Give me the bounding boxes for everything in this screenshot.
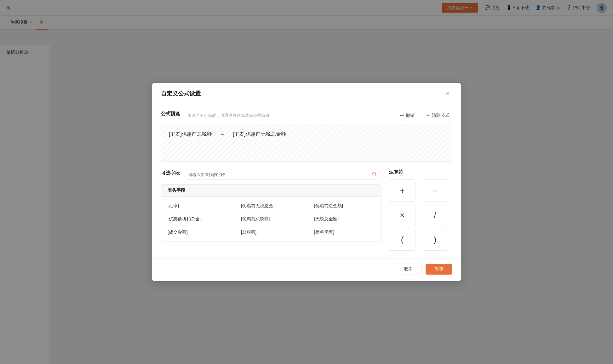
fields-panel: 可选字段 表头字段 [汇率] <box>161 169 381 242</box>
fields-table: 表头字段 [汇率] [优惠前无税总金... [优惠前总金额] [优惠前折扣总金.… <box>161 184 381 242</box>
svg-line-1 <box>375 175 376 176</box>
fields-group-header: 表头字段 <box>161 185 381 197</box>
field-search-box[interactable] <box>184 169 381 180</box>
clear-label: 清除公式 <box>432 113 450 118</box>
operator-lparen-button[interactable]: ( <box>389 229 415 251</box>
custom-formula-dialog: 自定义公式设置 × 公式预览 预览区不可修改，请通过撤销或清除公式编辑 ↩ 撤销… <box>152 83 461 281</box>
operators-grid: + － × / ( ) <box>389 179 452 251</box>
operator-divide-button[interactable]: / <box>422 204 448 226</box>
field-item[interactable]: [整单优惠] <box>308 226 381 239</box>
field-item[interactable]: [优惠前总税额] <box>235 213 308 226</box>
field-search-input[interactable] <box>188 172 369 177</box>
svg-point-0 <box>373 172 375 175</box>
field-item[interactable]: [优惠前无税总金... <box>235 199 308 213</box>
field-item[interactable]: [优惠前总金额] <box>308 199 381 213</box>
field-item[interactable]: [无税总金额] <box>308 213 381 226</box>
undo-label: 撤销 <box>406 113 415 118</box>
clear-formula-button[interactable]: ✦ 清除公式 <box>423 111 452 120</box>
field-item[interactable]: [成交金额] <box>161 226 235 239</box>
formula-left: [主表]优惠前总税额 <box>169 131 212 138</box>
field-item[interactable]: [优惠前折扣总金... <box>161 213 235 226</box>
operator-multiply-button[interactable]: × <box>389 204 415 226</box>
operators-title: 运算符 <box>389 169 452 175</box>
cancel-button[interactable]: 取消 <box>395 264 422 275</box>
undo-icon: ↩ <box>400 112 404 118</box>
fields-grid: [汇率] [优惠前无税总金... [优惠前总金额] [优惠前折扣总金... [优… <box>161 197 381 242</box>
fields-section-label: 可选字段 <box>161 170 180 176</box>
formula-preview-box: [主表]优惠前总税额 － [主表]优惠前无税总金额 <box>161 124 452 162</box>
operator-add-button[interactable]: + <box>389 179 415 202</box>
close-button[interactable]: × <box>443 89 452 98</box>
clear-icon: ✦ <box>426 112 430 118</box>
operator-rparen-button[interactable]: ) <box>422 229 448 251</box>
field-item[interactable]: [总税额] <box>235 226 308 239</box>
modal-header: 自定义公式设置 × <box>152 83 461 103</box>
field-item[interactable]: [汇率] <box>161 199 235 213</box>
operators-panel: 运算符 + － × / ( ) <box>389 169 452 251</box>
save-button[interactable]: 保存 <box>426 264 452 275</box>
formula-hint: 预览区不可修改，请通过撤销或清除公式编辑 <box>187 113 269 118</box>
formula-header: 公式预览 预览区不可修改，请通过撤销或清除公式编辑 ↩ 撤销 ✦ 清除公式 <box>161 111 452 120</box>
formula-section-label: 公式预览 <box>161 111 180 117</box>
modal-title: 自定义公式设置 <box>161 90 201 97</box>
undo-button[interactable]: ↩ 撤销 <box>397 111 417 120</box>
search-icon <box>372 171 377 178</box>
formula-actions: ↩ 撤销 ✦ 清除公式 <box>397 111 452 120</box>
operator-subtract-button[interactable]: － <box>422 179 448 202</box>
formula-right: [主表]优惠前无税总金额 <box>233 131 286 138</box>
fields-header: 可选字段 <box>161 169 381 180</box>
formula-op: － <box>220 130 225 138</box>
bottom-section: 可选字段 表头字段 [汇率] <box>161 169 452 251</box>
formula-expression: [主表]优惠前总税额 － [主表]优惠前无税总金额 <box>169 130 444 138</box>
modal-body: 公式预览 预览区不可修改，请通过撤销或清除公式编辑 ↩ 撤销 ✦ 清除公式 [主… <box>152 103 461 258</box>
modal-footer: 取消 保存 <box>152 258 461 281</box>
